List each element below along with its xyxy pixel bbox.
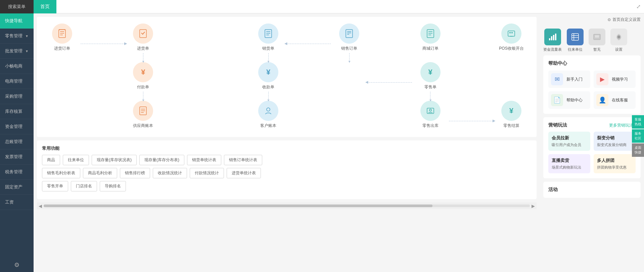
sidebar-item-retail[interactable]: 零售管理 ▼ bbox=[0, 29, 34, 44]
right-panel: ⚙ 首页自定义设置 资金流量表 往来单位 bbox=[540, 13, 644, 272]
func-btn-order-stat[interactable]: 销售订单统计表 bbox=[224, 155, 262, 165]
settings-icon-box bbox=[610, 29, 627, 45]
beginner-icon: ✉ bbox=[551, 73, 563, 85]
scroll-right-button[interactable]: ▶ bbox=[530, 203, 537, 209]
func-btn-goods[interactable]: 商品 bbox=[42, 155, 60, 165]
sidebar-item-wholesale[interactable]: 批发管理 ▼ bbox=[0, 44, 34, 59]
helpcenter-icon: 📄 bbox=[551, 94, 563, 106]
func-btn-sales-rank[interactable]: 销售排行榜 bbox=[120, 168, 150, 178]
svg-rect-29 bbox=[549, 38, 550, 40]
svg-point-25 bbox=[267, 108, 270, 111]
func-btn-sales-stat[interactable]: 销货单统计表 bbox=[187, 155, 221, 165]
func-buttons-row3: 零售开单 门店排名 导购排名 bbox=[42, 181, 532, 191]
node-sales-slip[interactable]: 销货单 bbox=[250, 24, 287, 51]
svg-rect-13 bbox=[427, 30, 434, 38]
sidebar-item-invoice[interactable]: 发票管理 bbox=[0, 149, 34, 165]
svg-rect-18 bbox=[509, 32, 511, 33]
help-item-online-service[interactable]: 👤 在线客服 bbox=[594, 91, 636, 109]
svg-rect-17 bbox=[508, 31, 515, 36]
node-retail-settlement[interactable]: ¥ 零售结算 bbox=[493, 101, 530, 129]
help-grid: ✉ 新手入门 ▶ 视频学习 📄 帮助中心 👤 在线客服 bbox=[548, 71, 636, 109]
svg-rect-9 bbox=[346, 30, 353, 38]
float-btn-community[interactable]: 服务社区 bbox=[632, 129, 644, 143]
func-btn-contacts[interactable]: 往来单位 bbox=[63, 155, 89, 165]
scroll-track[interactable] bbox=[44, 205, 530, 207]
tab-home[interactable]: 首页 bbox=[34, 0, 56, 13]
video-icon: ▶ bbox=[596, 73, 608, 85]
svg-rect-32 bbox=[555, 34, 556, 40]
common-functions-section: 常用功能 商品 往来单位 现存量(库存状况表) 现存量(库存分布表) 销货单统计… bbox=[37, 140, 537, 199]
help-center-title: 帮助中心 bbox=[548, 60, 636, 66]
svg-rect-30 bbox=[551, 36, 552, 40]
help-item-video[interactable]: ▶ 视频学习 bbox=[594, 71, 636, 88]
marketing-card: 营销玩法 更多营销玩法 › 会员拉新 吸引用户成为会员 裂变分销 裂变式发展分销… bbox=[543, 117, 641, 178]
settings-gear-icon[interactable]: ⚙ bbox=[14, 261, 19, 269]
node-mall-order[interactable]: 商城订单 bbox=[412, 24, 449, 51]
search-menu-button[interactable]: 搜索菜单 bbox=[0, 0, 34, 13]
func-btn-receipt-stat[interactable]: 收款情况统计 bbox=[153, 168, 187, 178]
sidebar-item-fixed-assets[interactable]: 固定资产 bbox=[0, 180, 34, 195]
sidebar: 快捷导航 零售管理 ▼ 批发管理 ▼ 小畅电商 电商管理 采购管理 库存核算 资… bbox=[0, 13, 34, 272]
contacts-icon-box bbox=[567, 29, 584, 45]
node-purchase-order[interactable]: 进货订单 bbox=[44, 24, 81, 51]
func-btn-goods-profit[interactable]: 商品毛利分析 bbox=[83, 168, 117, 178]
func-btn-guide-rank[interactable]: 导购排名 bbox=[100, 181, 126, 191]
svg-rect-0 bbox=[59, 30, 65, 38]
sidebar-item-ecommerce[interactable]: 电商管理 bbox=[0, 74, 34, 89]
help-item-beginner[interactable]: ✉ 新手入门 bbox=[548, 71, 590, 88]
node-purchase-slip[interactable]: 进货单 bbox=[125, 24, 162, 51]
horizontal-scrollbar[interactable]: ◀ ▶ bbox=[37, 202, 537, 209]
node-payment[interactable]: ¥ 付款单 bbox=[125, 62, 162, 90]
marketing-title: 营销玩法 bbox=[548, 122, 567, 128]
common-functions-title: 常用功能 bbox=[42, 145, 532, 151]
node-supplier-ledger[interactable]: 供应商账本 bbox=[125, 101, 162, 129]
marketing-item-group[interactable]: 多人拼团 拼团购物享受优惠 bbox=[594, 154, 636, 173]
func-btn-sales-profit[interactable]: 销售毛利分析表 bbox=[42, 168, 80, 178]
flow-diagram-card: 进货订单 ▶ 进货单 bbox=[37, 17, 537, 137]
activity-card: 活动 bbox=[543, 182, 641, 198]
sidebar-item-quick-nav[interactable]: 快捷导航 bbox=[0, 13, 34, 29]
func-btn-stock-dist[interactable]: 现存量(库存分布表) bbox=[139, 155, 184, 165]
func-btn-purchase-stat[interactable]: 进货单统计表 bbox=[227, 168, 261, 178]
func-btn-payment-stat[interactable]: 付款情况统计 bbox=[190, 168, 224, 178]
marketing-item-live[interactable]: 直播卖货 场景式购物新玩法 bbox=[548, 154, 590, 173]
cashflow-icon-box bbox=[544, 29, 561, 45]
quick-access-icons: 资金流量表 往来单位 暂无 bbox=[543, 29, 641, 52]
sidebar-item-purchase[interactable]: 采购管理 bbox=[0, 89, 34, 104]
scroll-left-button[interactable]: ◀ bbox=[37, 203, 44, 209]
func-buttons-row2: 销售毛利分析表 商品毛利分析 销售排行榜 收款情况统计 付款情况统计 进货单统计… bbox=[42, 168, 532, 178]
node-receipt[interactable]: ¥ 收款单 bbox=[250, 62, 287, 90]
sidebar-item-finance[interactable]: 资金管理 bbox=[0, 119, 34, 134]
home-settings-link[interactable]: ⚙ 首页自定义设置 bbox=[543, 17, 641, 22]
sidebar-item-salary[interactable]: 工资 bbox=[0, 195, 34, 210]
func-btn-store-rank[interactable]: 门店排名 bbox=[71, 181, 97, 191]
func-btn-retail-order[interactable]: 零售开单 bbox=[42, 181, 68, 191]
float-buttons: 客服热线 服务社区 桌面快捷 bbox=[632, 115, 644, 157]
svg-rect-31 bbox=[553, 35, 554, 40]
node-pos[interactable]: POS收银开台 bbox=[493, 24, 530, 51]
quick-icon-empty[interactable]: 暂无 bbox=[589, 29, 605, 52]
help-item-helpcenter[interactable]: 📄 帮助中心 bbox=[548, 91, 590, 109]
scroll-thumb bbox=[44, 205, 432, 207]
float-btn-service[interactable]: 客服热线 bbox=[632, 115, 644, 129]
activity-title: 活动 bbox=[548, 187, 558, 192]
float-btn-desktop[interactable]: 桌面快捷 bbox=[632, 143, 644, 157]
marketing-item-member[interactable]: 会员拉新 吸引用户成为会员 bbox=[548, 132, 590, 151]
quick-icon-contacts[interactable]: 往来单位 bbox=[567, 29, 584, 52]
marketing-item-fission[interactable]: 裂变分销 裂变式发展分销商 bbox=[594, 132, 636, 151]
node-sales-order[interactable]: 销售订单 bbox=[331, 24, 368, 51]
func-buttons-row1: 商品 往来单位 现存量(库存状况表) 现存量(库存分布表) 销货单统计表 销售订… bbox=[42, 155, 532, 165]
sidebar-item-inventory[interactable]: 库存核算 bbox=[0, 104, 34, 119]
node-retail-outbound[interactable]: 零售出库 bbox=[412, 101, 449, 129]
node-retail-order[interactable]: ¥ 零售单 bbox=[412, 62, 449, 90]
svg-rect-33 bbox=[572, 34, 579, 40]
node-customer-ledger[interactable]: 客户账本 bbox=[250, 101, 287, 129]
svg-point-27 bbox=[429, 109, 431, 111]
quick-icon-cashflow[interactable]: 资金流量表 bbox=[543, 29, 562, 52]
func-btn-stock-status[interactable]: 现存量(库存状况表) bbox=[92, 155, 137, 165]
quick-icon-settings[interactable]: 设置 bbox=[610, 29, 627, 52]
sidebar-item-ledger[interactable]: 总账管理 bbox=[0, 134, 34, 149]
expand-icon[interactable]: ⤢ bbox=[636, 3, 641, 10]
sidebar-item-xiaochang[interactable]: 小畅电商 bbox=[0, 59, 34, 74]
sidebar-item-tax[interactable]: 税务管理 bbox=[0, 165, 34, 180]
